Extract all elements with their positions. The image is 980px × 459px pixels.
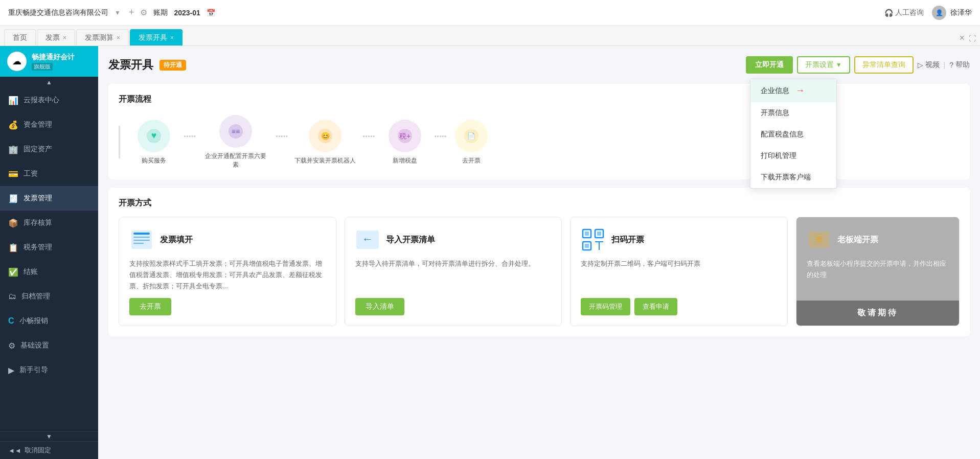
sidebar-item-invoice-mgmt[interactable]: 🧾 发票管理	[0, 186, 98, 211]
fund-mgmt-icon: 💰	[8, 120, 18, 130]
tab-close-icon[interactable]: ×	[959, 33, 965, 43]
scan-code-mgmt-button[interactable]: 开票码管理	[581, 298, 630, 315]
dropdown-item-printer-mgmt[interactable]: 打印机管理	[750, 145, 836, 167]
sidebar-scroll-up[interactable]: ▲	[0, 77, 98, 88]
svg-text:←: ←	[362, 233, 373, 245]
basic-settings-icon: ⚙	[8, 341, 15, 351]
tab-invoice-open-close[interactable]: ×	[170, 34, 174, 41]
sidebar-items: 📊 云报表中心 💰 资金管理 🏢 固定资产 💳 工资 🧾 发票管理 📦	[0, 88, 98, 431]
video-label: 视频	[925, 60, 940, 70]
fund-mgmt-label: 资金管理	[24, 120, 52, 129]
process-step-download: 😊 下载并安装开票机器人	[292, 120, 358, 165]
svg-text:♥: ♥	[151, 130, 157, 141]
calendar-icon[interactable]: 📅	[207, 9, 215, 17]
sidebar-item-checkout[interactable]: ✅ 结账	[0, 260, 98, 284]
tab-invoice-open-label: 发票开具	[139, 33, 167, 42]
process-buy-label: 购买服务	[142, 156, 166, 165]
period-value: 2023-01	[174, 9, 200, 17]
help-button[interactable]: ? 帮助	[949, 60, 970, 70]
invoice-settings-label: 开票设置	[805, 60, 834, 70]
scan-invoice-title: 扫码开票	[611, 235, 644, 245]
user-area[interactable]: 👤 徐泽华	[932, 6, 972, 20]
logo-icon: ☁	[7, 52, 27, 71]
inventory-label: 库存核算	[24, 218, 52, 227]
dropdown-arrow-icon: ▼	[836, 61, 842, 68]
svg-rect-11	[133, 233, 150, 235]
exception-query-button[interactable]: 异常清单查询	[854, 56, 914, 74]
dropdown-item-tax-config[interactable]: 配置税盘信息	[750, 124, 836, 145]
invoice-settings-button[interactable]: 开票设置 ▼	[797, 56, 850, 74]
process-go-invoice-label: 去开票	[462, 156, 481, 165]
status-badge: 待开通	[159, 60, 186, 71]
dropdown-item-invoice-info[interactable]: 开票信息	[750, 102, 836, 124]
sidebar-item-archive[interactable]: 🗂 归档管理	[0, 284, 98, 309]
process-step-taxdisk: 税+ 新增税盘	[379, 120, 430, 165]
import-list-button[interactable]: 导入清单	[355, 298, 404, 315]
sidebar-item-basic-settings[interactable]: ⚙ 基础设置	[0, 333, 98, 358]
svg-text:税+: 税+	[399, 132, 410, 140]
sidebar-item-new-guide[interactable]: ▶ 新手引导	[0, 358, 98, 382]
dropdown-company-info-label: 企业信息	[761, 86, 789, 96]
fill-invoice-button[interactable]: 去开票	[129, 298, 171, 315]
tab-home-label: 首页	[13, 33, 27, 42]
company-dropdown-icon[interactable]: ▼	[115, 9, 121, 16]
dropdown-item-download-client[interactable]: 下载开票客户端	[750, 167, 836, 188]
scan-view-apply-button[interactable]: 查看申请	[634, 298, 677, 315]
sidebar-logo: ☁ 畅捷通好会计 旗舰版	[0, 46, 98, 77]
method-card-fill: 发票填开 支持按照发票样式手工填开发票；可开具增值税电子普通发票、增值税普通发票…	[119, 217, 336, 326]
svg-text:≡≡: ≡≡	[232, 127, 240, 135]
support-btn[interactable]: 🎧 人工咨询	[884, 8, 924, 17]
tab-invoice-open[interactable]: 发票开具 ×	[130, 29, 183, 45]
cancel-icon: ◄◄	[8, 447, 21, 454]
tab-expand-icon[interactable]: ⛶	[969, 34, 976, 42]
method-card-boss: ≡ 老板端开票 查看老板端小程序提交的开票申请，并作出相应的处理 敬请期待	[796, 217, 960, 326]
tab-invoice-close[interactable]: ×	[63, 34, 66, 41]
company-name: 重庆畅捷交通信息咨询有限公司	[8, 8, 108, 17]
sidebar-scroll-down[interactable]: ▼	[0, 431, 98, 441]
svg-text:📄: 📄	[467, 132, 476, 141]
svg-text:😊: 😊	[321, 132, 330, 141]
fixed-assets-icon: 🏢	[8, 145, 18, 154]
sidebar-item-inventory[interactable]: 📦 库存核算	[0, 211, 98, 235]
tab-invoice-label: 发票	[45, 33, 60, 42]
process-download-label: 下载并安装开票机器人	[294, 156, 356, 165]
help-label: 帮助	[955, 60, 970, 70]
sidebar-item-fixed-assets[interactable]: 🏢 固定资产	[0, 137, 98, 162]
dropdown-invoice-info-label: 开票信息	[761, 108, 789, 117]
svg-rect-14	[133, 243, 144, 244]
dropdown-menu: 企业信息 → 开票信息 配置税盘信息 打印机管理 下载开票客户端	[750, 79, 837, 189]
tab-invoice-calc[interactable]: 发票测算 ×	[76, 29, 129, 45]
settings-icon[interactable]: ⚙	[140, 8, 147, 17]
salary-label: 工资	[24, 169, 38, 178]
tab-home[interactable]: 首页	[4, 29, 36, 45]
header-actions: 立即开通 开票设置 ▼ 异常清单查询 ▷ 视频 | ? 帮助	[746, 56, 970, 74]
page-title: 发票开具	[108, 57, 153, 73]
process-step-config: ≡≡ 企业开通配置开票六要素	[200, 115, 271, 169]
sidebar-item-fund-mgmt[interactable]: 💰 资金管理	[0, 112, 98, 137]
video-button[interactable]: ▷ 视频	[918, 60, 940, 70]
tax-mgmt-icon: 📋	[8, 243, 18, 253]
tab-invoice-calc-close[interactable]: ×	[117, 34, 120, 41]
archive-icon: 🗂	[8, 292, 16, 301]
sidebar-item-xiao-report[interactable]: C 小畅报销	[0, 309, 98, 333]
boss-invoice-title: 老板端开票	[837, 235, 878, 245]
activate-button[interactable]: 立即开通	[746, 56, 793, 74]
checkout-icon: ✅	[8, 267, 18, 277]
dropdown-tax-config-label: 配置税盘信息	[761, 130, 804, 138]
sidebar-item-cloud-report[interactable]: 📊 云报表中心	[0, 88, 98, 112]
fixed-assets-label: 固定资产	[24, 145, 52, 154]
dropdown-item-company-info[interactable]: 企业信息 →	[750, 79, 836, 102]
sidebar-item-tax-mgmt[interactable]: 📋 税务管理	[0, 235, 98, 260]
tab-invoice[interactable]: 发票 ×	[37, 29, 75, 45]
add-company-icon[interactable]: +	[129, 7, 134, 18]
new-guide-label: 新手引导	[19, 365, 48, 375]
logo-text-area: 畅捷通好会计 旗舰版	[32, 53, 75, 71]
svg-rect-12	[133, 237, 150, 238]
svg-rect-22	[585, 244, 589, 248]
sidebar-item-salary[interactable]: 💳 工资	[0, 162, 98, 186]
xiao-report-icon: C	[8, 316, 14, 326]
fill-invoice-icon	[129, 227, 154, 252]
fill-invoice-title: 发票填开	[160, 235, 193, 245]
sidebar-cancel-fixed[interactable]: ◄◄ 取消固定	[0, 441, 98, 459]
process-step-divider	[119, 126, 120, 158]
